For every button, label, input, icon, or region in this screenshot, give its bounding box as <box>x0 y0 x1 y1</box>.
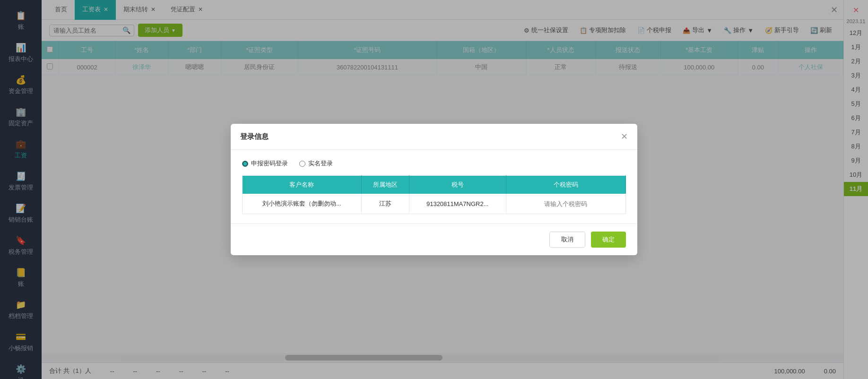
login-info-modal: 登录信息 ✕ 申报密码登录 实名登录 客户名称 所属地区 <box>231 124 637 255</box>
radio-password-login[interactable]: 申报密码登录 <box>242 159 288 168</box>
modal-col-region: 所属地区 <box>361 176 409 194</box>
modal-close-button[interactable]: ✕ <box>621 131 628 142</box>
modal-cell-name: 刘小艳演示账套（勿删勿动... <box>243 194 362 214</box>
cancel-button[interactable]: 取消 <box>549 232 585 248</box>
modal-header: 登录信息 ✕ <box>231 124 637 150</box>
modal-cell-region: 江苏 <box>361 194 409 214</box>
modal-table-header-row: 客户名称 所属地区 税号 个税密码 <box>243 176 626 194</box>
confirm-button[interactable]: 确定 <box>591 232 626 248</box>
modal-table-row: 刘小艳演示账套（勿删勿动... 江苏 91320811MA7NGR2... <box>243 194 626 214</box>
client-info-table: 客户名称 所属地区 税号 个税密码 刘小艳演示账套（勿删勿动... 江苏 913… <box>242 175 626 214</box>
radio-realname-login[interactable]: 实名登录 <box>299 159 333 168</box>
modal-overlay: 登录信息 ✕ 申报密码登录 实名登录 客户名称 所属地区 <box>0 0 868 379</box>
modal-cell-password[interactable] <box>506 194 625 214</box>
modal-title: 登录信息 <box>240 132 269 141</box>
radio-password-input[interactable] <box>242 161 248 167</box>
modal-col-password: 个税密码 <box>506 176 625 194</box>
modal-cell-taxno: 91320811MA7NGR2... <box>409 194 506 214</box>
password-input[interactable] <box>512 200 620 207</box>
modal-col-taxno: 税号 <box>409 176 506 194</box>
login-type-radio-group: 申报密码登录 实名登录 <box>242 159 626 168</box>
radio-realname-input[interactable] <box>299 161 305 167</box>
modal-footer: 取消 确定 <box>231 224 637 255</box>
modal-body: 申报密码登录 实名登录 客户名称 所属地区 税号 个税密码 <box>231 150 637 224</box>
modal-col-name: 客户名称 <box>243 176 362 194</box>
